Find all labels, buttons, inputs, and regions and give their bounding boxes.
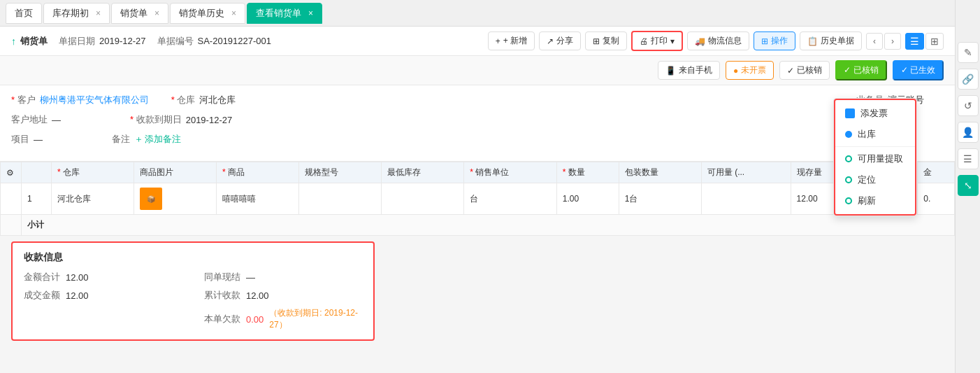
tab-sales-history-label: 销货单历史 (179, 7, 224, 20)
same-order-settlement-label: 同单现结 (204, 271, 240, 283)
print-button[interactable]: 🖨 打印 ▾ (631, 31, 683, 51)
toolbar: + + 新增 ↗ 分享 ⊞ 复制 🖨 打印 ▾ 🚚 (488, 31, 944, 51)
outbound-item[interactable]: 出库 (835, 124, 915, 145)
settings-icon[interactable]: ⚙ (6, 168, 14, 178)
customer-field: 客户 柳州粤港平安气体有限公司 (11, 94, 149, 106)
grid-view-button[interactable]: ⊞ (925, 33, 944, 50)
warehouse-col-header: * 仓库 (52, 162, 134, 183)
logistics-button[interactable]: 🚚 物流信息 (687, 31, 749, 50)
available-qty-item[interactable]: 可用量提取 (835, 148, 915, 169)
from-mobile-button[interactable]: 📱 来自手机 (658, 61, 720, 80)
row-settings[interactable] (1, 183, 22, 215)
pack-qty-col-header: 包装数量 (619, 162, 701, 183)
spec-col-header: 规格型号 (299, 162, 382, 183)
table-row: 1 河北仓库 📦 嘻嘻嘻嘻 台 1.00 1台 12.00 12.00 (1, 183, 955, 215)
due-date-value: 2019-12-27 (186, 115, 242, 125)
already-canceled-icon: ✓ (844, 65, 851, 75)
tab-home[interactable]: 首页 (6, 3, 42, 24)
history-button[interactable]: 📋 历史单据 (800, 31, 862, 50)
form-row-2: 客户地址 — 收款到期日 2019-12-27 票据类型 不开票 (11, 113, 944, 126)
overdue-label: 本单欠款 (204, 313, 240, 325)
tab-view-order[interactable]: 查看销货单 × (247, 3, 322, 24)
refresh-sidebar-button[interactable]: ↺ (958, 95, 979, 116)
tab-inventory-init-label: 库存期初 (52, 7, 89, 20)
doc-date-label: 单据日期 (59, 35, 95, 48)
subtotal-settings (1, 215, 22, 236)
tab-sales-history-close[interactable]: × (231, 8, 236, 18)
operate-icon: ⊞ (761, 36, 768, 46)
project-field: 项目 — (11, 133, 89, 146)
outbound-icon (845, 131, 852, 138)
operate-button[interactable]: ⊞ 操作 (754, 31, 795, 50)
edit-sidebar-button[interactable]: ✎ (958, 42, 979, 63)
confirm-button[interactable]: ✓ 已核销 (779, 61, 830, 80)
total-item: 金额合计 12.00 (24, 271, 182, 283)
list-view-button[interactable]: ☰ (905, 33, 924, 50)
dropdown-inner: 添发票 出库 可用量提取 定位 刷新 (834, 99, 916, 216)
add-invoice-icon (845, 108, 855, 118)
locate-label: 定位 (858, 174, 876, 186)
tab-inventory-init[interactable]: 库存期初 × (43, 3, 110, 24)
tab-view-order-close[interactable]: × (308, 8, 313, 18)
not-open-button[interactable]: ● 未开票 (726, 61, 774, 80)
spec-cell (299, 183, 382, 215)
edit-icon: ✎ (964, 47, 972, 58)
add-button[interactable]: + + 新增 (488, 31, 535, 50)
already-canceled-button[interactable]: ✓ 已核销 (835, 60, 886, 80)
share-button[interactable]: ↗ 分享 (539, 31, 581, 50)
right-sidebar: ✎ 🔗 ↺ 👤 ☰ ⤡ (955, 0, 980, 373)
add-invoice-item[interactable]: 添发票 (835, 103, 915, 124)
tab-sales-order-close[interactable]: × (154, 8, 159, 18)
cumulative-receipts-value: 12.00 (246, 290, 269, 301)
user-sidebar-button[interactable]: 👤 (958, 122, 979, 143)
doc-date-value: 2019-12-27 (99, 36, 146, 46)
list-icon: ☰ (963, 153, 972, 164)
already-effective-button[interactable]: ✓ 已生效 (893, 60, 944, 80)
project-label: 项目 (11, 133, 29, 146)
from-mobile-label: 来自手机 (679, 64, 712, 76)
tab-bar: 首页 库存期初 × 销货单 × 销货单历史 × 查看销货单 × × (0, 0, 980, 27)
confirm-icon: ✓ (787, 66, 794, 76)
expand-sidebar-button[interactable]: ⤡ (958, 175, 979, 196)
transaction-amount-value: 12.00 (66, 290, 89, 301)
warehouse-cell: 河北仓库 (52, 183, 134, 215)
project-value: — (34, 134, 89, 145)
not-open-icon: ● (733, 66, 738, 76)
customer-value[interactable]: 柳州粤港平安气体有限公司 (40, 94, 149, 106)
locate-icon (845, 176, 852, 183)
tab-sales-history[interactable]: 销货单历史 × (170, 3, 245, 24)
refresh-item[interactable]: 刷新 (835, 190, 915, 211)
address-label: 客户地址 (11, 113, 48, 126)
next-button[interactable]: › (884, 33, 901, 50)
locate-item[interactable]: 定位 (835, 169, 915, 190)
doc-number-value: SA-20191227-001 (198, 36, 272, 46)
copy-button[interactable]: ⊞ 复制 (585, 31, 627, 50)
product-img-cell: 📦 (134, 183, 217, 215)
add-icon: + (496, 36, 500, 46)
product-col-header: * 商品 (217, 162, 299, 183)
share-icon: ↗ (547, 36, 554, 46)
settings-col-header: ⚙ (1, 162, 22, 183)
subtotal-label-cell: 小计 (22, 215, 955, 236)
tab-sales-order[interactable]: 销货单 × (111, 3, 168, 24)
product-img-col-header: 商品图片 (134, 162, 217, 183)
prev-button[interactable]: ‹ (866, 33, 883, 50)
list-sidebar-button[interactable]: ☰ (958, 148, 979, 169)
logistics-label: 物流信息 (708, 35, 742, 47)
history-label: 历史单据 (821, 35, 854, 47)
add-note-label: 添加备注 (145, 133, 181, 146)
nav-arrows: ‹ › (866, 33, 901, 50)
link-sidebar-button[interactable]: 🔗 (958, 69, 979, 90)
tab-inventory-init-close[interactable]: × (96, 8, 101, 18)
min-stock-cell (382, 183, 464, 215)
amount-cell: 0. (918, 183, 955, 215)
refresh-label: 刷新 (858, 195, 876, 207)
already-effective-icon: ✓ (901, 65, 908, 75)
doc-type-icon: ↑ (11, 36, 16, 47)
overdue-item: 本单欠款 0.00 （收款到期日: 2019-12-27） (204, 307, 362, 331)
document-meta: 单据日期 2019-12-27 单据编号 SA-20191227-001 (59, 35, 477, 48)
products-table: ⚙ * 仓库 商品图片 * 商品 规格型号 最低库存 * 销售单位 * 数量 包… (0, 162, 955, 236)
pack-qty-cell: 1台 (619, 183, 701, 215)
cumulative-receipts-item: 累计收款 12.00 (204, 289, 362, 302)
add-note-button[interactable]: ＋ 添加备注 (134, 133, 181, 146)
